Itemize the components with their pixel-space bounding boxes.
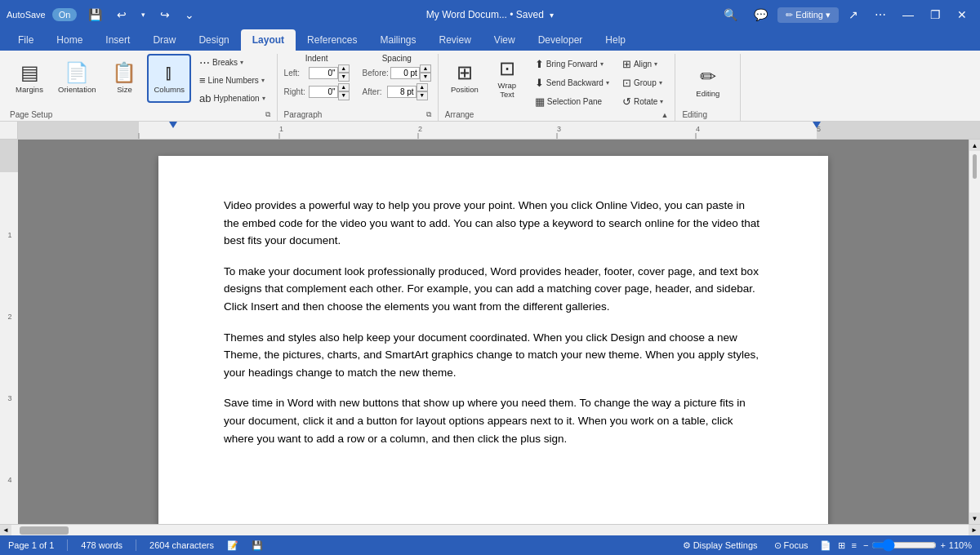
svg-text:1: 1 <box>279 125 283 133</box>
breaks-icon: ⋯ <box>199 56 210 69</box>
rotate-icon: ↺ <box>622 95 631 108</box>
tab-help[interactable]: Help <box>594 29 637 51</box>
svg-text:3: 3 <box>7 394 11 402</box>
redo-button[interactable]: ↪ <box>154 5 176 24</box>
paragraph-expand[interactable]: ⧉ <box>426 110 431 119</box>
vertical-ruler-svg: 1 2 3 4 <box>0 140 18 524</box>
display-settings-button[interactable]: ⚙ Display Settings <box>678 539 763 553</box>
share-button[interactable]: ↗ <box>842 5 865 24</box>
spacing-after-input[interactable] <box>387 86 416 98</box>
editing-mode-button[interactable]: ✏ Editing ▾ <box>777 7 839 23</box>
hscroll-thumb[interactable] <box>20 526 69 535</box>
page-area[interactable]: Video provides a powerful way to help yo… <box>18 140 969 524</box>
indent-right-input[interactable] <box>309 86 338 98</box>
line-numbers-button[interactable]: ≡ Line Numbers ▾ <box>194 72 270 89</box>
tab-developer[interactable]: Developer <box>527 29 595 51</box>
undo-button[interactable]: ↩ <box>110 5 133 24</box>
scroll-up-button[interactable]: ▲ <box>969 140 980 151</box>
breaks-group: ⋯ Breaks ▾ ≡ Line Numbers ▾ ab Hyphenati… <box>194 54 270 107</box>
minimize-button[interactable]: — <box>896 5 920 24</box>
size-button[interactable]: 📋 Size <box>105 54 144 103</box>
group-button[interactable]: ⊡ Group ▾ <box>617 74 668 91</box>
zoom-in-btn[interactable]: + <box>940 540 945 550</box>
title-bar: AutoSave On 💾 ↩ ▾ ↪ ⌄ My Word Docum... •… <box>0 0 980 29</box>
horizontal-ruler: 1 2 3 4 5 <box>18 122 980 140</box>
spacing-after-up[interactable]: ▲ <box>416 83 428 91</box>
ribbon-display[interactable]: ⋯ <box>868 5 893 24</box>
autosave-label: AutoSave <box>7 10 46 20</box>
page-setup-label-row: Page Setup ⧉ <box>10 110 270 119</box>
restore-button[interactable]: ❐ <box>924 5 947 24</box>
breaks-button[interactable]: ⋯ Breaks ▾ <box>194 54 270 71</box>
hscroll-track <box>11 525 969 535</box>
dropdown-arrow: ▾ <box>550 11 554 20</box>
orientation-button[interactable]: 📄 Orientation <box>52 54 101 103</box>
align-button[interactable]: ⊞ Align ▾ <box>617 56 668 73</box>
spacing-section: Spacing Before: ▲ ▼ After: <box>363 54 431 100</box>
vertical-scrollbar[interactable]: ▲ ▼ <box>969 140 980 524</box>
selection-pane-button[interactable]: ▦ Selection Pane <box>530 93 614 110</box>
tab-view[interactable]: View <box>483 29 527 51</box>
tab-file[interactable]: File <box>7 29 45 51</box>
bring-forward-icon: ⬆ <box>535 58 544 70</box>
hyphenation-button[interactable]: ab Hyphenation ▾ <box>194 90 270 107</box>
bring-forward-button[interactable]: ⬆ Bring Forward ▾ <box>530 56 614 73</box>
zoom-out-btn[interactable]: − <box>863 540 868 550</box>
spacing-after-label: After: <box>363 87 385 96</box>
tab-home[interactable]: Home <box>45 29 94 51</box>
tab-review[interactable]: Review <box>427 29 482 51</box>
document-page: Video provides a powerful way to help yo… <box>158 156 828 524</box>
spacing-before-up[interactable]: ▲ <box>420 64 431 73</box>
tab-design[interactable]: Design <box>187 29 240 51</box>
statusbar-right: ⚙ Display Settings ⊙ Focus 📄 ⊞ ≡ − + 110… <box>678 539 972 553</box>
indent-left-label: Left: <box>284 69 307 78</box>
send-backward-button[interactable]: ⬇ Send Backward ▾ <box>530 74 614 91</box>
indent-left-down[interactable]: ▼ <box>338 73 350 81</box>
editing-button[interactable]: ✏ Editing <box>688 58 728 107</box>
page-setup-expand[interactable]: ⧉ <box>265 110 270 119</box>
zoom-slider[interactable] <box>871 539 937 552</box>
view-mode-icon: 📄 <box>820 540 831 551</box>
indent-left-up[interactable]: ▲ <box>338 64 350 73</box>
customize-toolbar[interactable]: ⌄ <box>178 5 201 24</box>
autosave-status-icon: 💾 <box>252 540 263 551</box>
close-button[interactable]: ✕ <box>951 5 973 24</box>
tab-mailings[interactable]: Mailings <box>368 29 427 51</box>
ribbon-content: ▤ Margins 📄 Orientation 📋 Size ⫿ Columns <box>0 51 980 121</box>
save-button[interactable]: 💾 <box>82 5 109 24</box>
tab-references[interactable]: References <box>296 29 368 51</box>
tab-layout[interactable]: Layout <box>241 29 296 51</box>
focus-button[interactable]: ⊙ Focus <box>769 539 813 553</box>
wrap-text-icon: ⊡ <box>499 59 515 78</box>
position-icon: ⊞ <box>457 63 473 82</box>
tab-draw[interactable]: Draw <box>141 29 187 51</box>
indent-right-label: Right: <box>284 87 307 96</box>
hscroll-right-button[interactable]: ► <box>969 525 980 535</box>
display-settings-icon: ⚙ <box>683 540 691 550</box>
indent-right-up[interactable]: ▲ <box>338 83 350 91</box>
columns-button[interactable]: ⫿ Columns <box>147 54 191 103</box>
indent-left-input[interactable] <box>309 67 338 79</box>
spacing-after-down[interactable]: ▼ <box>416 91 428 100</box>
spacing-before-input[interactable] <box>390 67 420 79</box>
margins-button[interactable]: ▤ Margins <box>10 54 49 103</box>
microsoft-search[interactable]: 🔍 <box>717 5 744 24</box>
horizontal-scrollbar[interactable]: ◄ ► <box>0 524 980 535</box>
arrange-expand[interactable]: ▲ <box>661 111 668 119</box>
indent-right-down[interactable]: ▼ <box>338 91 350 100</box>
autosave-toggle[interactable]: On <box>52 8 78 21</box>
spacing-before-down[interactable]: ▼ <box>420 73 431 81</box>
scroll-down-button[interactable]: ▼ <box>969 513 980 524</box>
hscroll-left-button[interactable]: ◄ <box>0 525 11 535</box>
comments-button[interactable]: 💬 <box>747 5 774 24</box>
rotate-button[interactable]: ↺ Rotate ▾ <box>617 93 668 110</box>
zoom-bar: − + 110% <box>863 539 972 552</box>
scroll-thumb[interactable] <box>973 154 977 179</box>
wrap-text-button[interactable]: ⊡ WrapText <box>488 54 527 103</box>
position-button[interactable]: ⊞ Position <box>445 54 484 103</box>
tab-insert[interactable]: Insert <box>94 29 141 51</box>
undo-dropdown[interactable]: ▾ <box>135 7 152 22</box>
size-icon: 📋 <box>112 63 136 82</box>
paragraph-group: Indent Left: ▲ ▼ Right: <box>278 54 439 121</box>
paragraph-label-row: Paragraph ⧉ <box>284 110 431 119</box>
